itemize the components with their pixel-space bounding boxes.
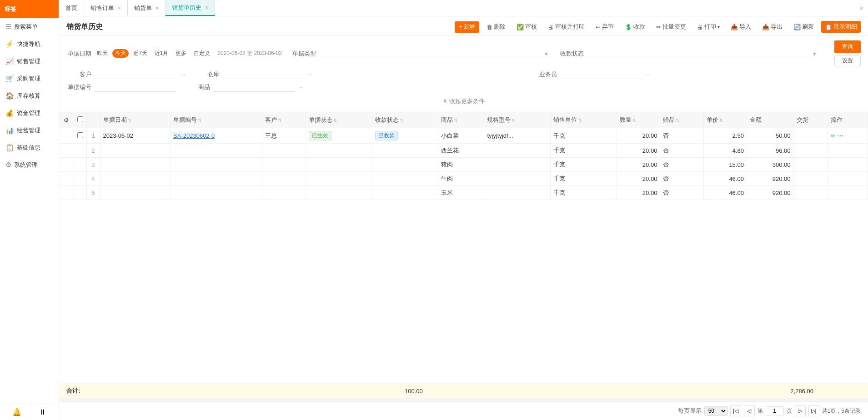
goods-input[interactable] bbox=[213, 83, 295, 92]
customer-picker-icon[interactable]: ··· bbox=[181, 71, 185, 78]
page-size-select[interactable]: 50 100 200 bbox=[704, 406, 728, 416]
tab-home[interactable]: 首页 bbox=[59, 0, 84, 16]
col-qty[interactable]: 数量⇅ bbox=[617, 112, 660, 128]
col-payment-status[interactable]: 收款状态⇅ bbox=[372, 112, 438, 128]
col-spec[interactable]: 规格型号⇅ bbox=[484, 112, 551, 128]
sidebar-item-purchase-mgmt[interactable]: 🛒 采购管理 bbox=[0, 70, 59, 87]
sidebar-item-inventory[interactable]: 🏠 库存核算 bbox=[0, 87, 59, 105]
col-gift[interactable]: 赠品⇅ bbox=[660, 112, 703, 128]
col-doc-no[interactable]: 单据编号⇅ bbox=[171, 112, 262, 128]
row-checkbox[interactable] bbox=[77, 132, 83, 138]
filter-warehouse: 仓库 ··· bbox=[194, 70, 523, 79]
salesperson-picker-icon[interactable]: ··· bbox=[646, 71, 651, 78]
notification-icon[interactable]: 🔔 bbox=[12, 408, 21, 416]
show-detail-button[interactable]: 📋 显示明细 bbox=[821, 21, 861, 33]
cell-check[interactable] bbox=[74, 128, 86, 144]
pause-icon[interactable]: ⏸ bbox=[39, 408, 46, 416]
sidebar-item-operations[interactable]: 📊 经营管理 bbox=[0, 122, 59, 139]
edit-action-icon[interactable]: ✏ bbox=[831, 132, 836, 139]
tab-sales-history[interactable]: 销货单历史 × bbox=[166, 0, 215, 16]
export-button[interactable]: 📤 导出 bbox=[758, 21, 786, 33]
doc-no-input[interactable] bbox=[94, 83, 176, 92]
table-body: 1 2023-06-02 SA-20230602-0 王总 已生效 已收款 小白… bbox=[59, 128, 868, 200]
col-gear[interactable]: ⚙ bbox=[59, 112, 74, 128]
goods-picker-icon[interactable]: ··· bbox=[299, 84, 304, 90]
last-page-button[interactable]: ▷| bbox=[808, 405, 819, 416]
cell-doc-no[interactable]: SA-20230602-0 bbox=[171, 128, 262, 144]
collapse-filter-button[interactable]: ∧ 收起更多条件 bbox=[66, 95, 861, 107]
more-action-icon[interactable]: ⋯ bbox=[838, 132, 843, 139]
prev-page-button[interactable]: ◁ bbox=[744, 405, 755, 416]
sidebar-item-finance[interactable]: 💰 资金管理 bbox=[0, 105, 59, 122]
cell-customer bbox=[262, 172, 306, 186]
sidebar-item-sys-mgmt[interactable]: ⚙ 系统管理 bbox=[0, 156, 59, 174]
cell-action bbox=[828, 158, 868, 172]
sidebar-item-basic-info[interactable]: 📋 基础信息 bbox=[0, 139, 59, 156]
date-tag-today[interactable]: 今天 bbox=[112, 49, 129, 58]
query-button[interactable]: 查询 bbox=[834, 40, 861, 53]
col-doc-date[interactable]: 单据日期⇅ bbox=[100, 112, 171, 128]
cell-transaction bbox=[793, 144, 828, 158]
horizontal-scrollbar[interactable] bbox=[59, 398, 868, 401]
cell-action bbox=[828, 186, 868, 200]
delete-icon: 🗑 bbox=[487, 24, 492, 30]
warehouse-input[interactable] bbox=[222, 70, 304, 79]
table-row: 4 牛肉 千克 20.00 否 46.00 920.00 bbox=[59, 172, 868, 186]
batch-change-button[interactable]: ✏ 批量变更 bbox=[652, 21, 690, 33]
refresh-button[interactable]: 🔄 刷新 bbox=[790, 21, 818, 33]
audit-button[interactable]: ✅ 审核 bbox=[513, 21, 541, 33]
sidebar-item-search-menu[interactable]: ☰ 搜索菜单 bbox=[0, 18, 59, 35]
salesperson-input[interactable] bbox=[560, 70, 642, 79]
tab-bar-close[interactable]: × bbox=[860, 5, 868, 12]
delete-button[interactable]: 🗑 删除 bbox=[483, 21, 509, 33]
date-tag-yesterday[interactable]: 昨天 bbox=[94, 49, 110, 58]
col-customer[interactable]: 客户⇅ bbox=[262, 112, 306, 128]
sidebar-item-sales-mgmt[interactable]: 📈 销售管理 bbox=[0, 53, 59, 70]
collect-button[interactable]: 💲 收款 bbox=[621, 21, 649, 33]
print-button[interactable]: 🖨 打印 ▾ bbox=[693, 21, 723, 33]
next-page-button[interactable]: ▷ bbox=[795, 405, 806, 416]
first-page-button[interactable]: |◁ bbox=[730, 405, 741, 416]
import-button[interactable]: 📥 导入 bbox=[727, 21, 755, 33]
date-tag-more[interactable]: 更多 bbox=[173, 49, 189, 58]
new-button[interactable]: + 新增 bbox=[455, 21, 479, 33]
tab-sales-goods-close[interactable]: × bbox=[156, 5, 159, 11]
sidebar: 标签 ☰ 搜索菜单 ⚡ 快捷导航 📈 销售管理 🛒 采购管理 🏠 库存核算 💰 … bbox=[0, 0, 59, 420]
show-detail-icon: 📋 bbox=[825, 24, 832, 30]
tab-sales-goods[interactable]: 销货单 × bbox=[128, 0, 166, 16]
warehouse-picker-icon[interactable]: ··· bbox=[308, 71, 313, 78]
col-row-num bbox=[86, 112, 100, 128]
col-unit[interactable]: 销售单位⇅ bbox=[551, 112, 617, 128]
cell-gift: 否 bbox=[660, 128, 703, 144]
cell-doc-date bbox=[100, 172, 171, 186]
tab-sales-history-close[interactable]: × bbox=[205, 5, 208, 11]
col-doc-status[interactable]: 单据状态⇅ bbox=[306, 112, 372, 128]
cell-row-num: 4 bbox=[86, 172, 100, 186]
cell-check[interactable] bbox=[74, 158, 86, 172]
cell-amount: 300.00 bbox=[747, 158, 793, 172]
tab-sales-order-close[interactable]: × bbox=[118, 5, 121, 11]
cell-check[interactable] bbox=[74, 144, 86, 158]
col-goods[interactable]: 商品⇅ bbox=[438, 112, 484, 128]
sort-customer-icon: ⇅ bbox=[278, 118, 281, 123]
page-number-input[interactable]: 1 bbox=[766, 406, 784, 415]
setting-button[interactable]: 设置 bbox=[834, 55, 861, 66]
payment-status-select[interactable] bbox=[587, 49, 818, 58]
doc-type-select[interactable] bbox=[319, 49, 550, 58]
doc-no-link[interactable]: SA-20230602-0 bbox=[173, 132, 215, 139]
date-tag-1month[interactable]: 近1月 bbox=[152, 49, 171, 58]
customer-input[interactable] bbox=[94, 70, 176, 79]
select-all-checkbox[interactable] bbox=[77, 116, 83, 122]
sort-doc-no-icon: ⇅ bbox=[198, 118, 201, 123]
cell-check[interactable] bbox=[74, 186, 86, 200]
col-price[interactable]: 单价⇅ bbox=[703, 112, 747, 128]
cell-check[interactable] bbox=[74, 172, 86, 186]
date-tag-custom[interactable]: 自定义 bbox=[191, 49, 213, 58]
filter-row-1: 单据日期 昨天 今天 近7天 近1月 更多 自定义 2023-06-02 至 2… bbox=[66, 40, 861, 66]
abandon-button[interactable]: ↩ 弃审 bbox=[592, 21, 617, 33]
sidebar-item-quick-nav[interactable]: ⚡ 快捷导航 bbox=[0, 35, 59, 53]
audit-print-button[interactable]: 🖨 审核并打印 bbox=[544, 21, 588, 33]
date-tag-7days[interactable]: 近7天 bbox=[130, 49, 150, 58]
tab-sales-order[interactable]: 销售订单 × bbox=[84, 0, 128, 16]
table-row: 2 西兰花 千克 20.00 否 4.80 96.00 bbox=[59, 144, 868, 158]
